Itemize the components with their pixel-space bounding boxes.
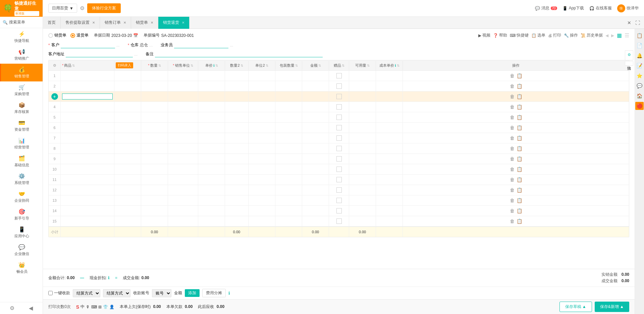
th-amount-sort[interactable]: ⇅ <box>318 64 321 67</box>
tab-home[interactable]: 首页 <box>43 17 61 29</box>
td-unit[interactable] <box>168 71 198 81</box>
tab-sales-return-close[interactable]: ✕ <box>182 21 184 24</box>
input-method-icon[interactable]: 中 <box>80 304 85 310</box>
right-bar-icon-7[interactable]: 🏠 <box>635 92 644 100</box>
td-amount[interactable] <box>302 81 329 91</box>
collapse-icon[interactable]: ◀ <box>29 305 33 311</box>
gift-checkbox[interactable] <box>336 198 342 203</box>
td-cost[interactable] <box>376 71 403 81</box>
gift-checkbox[interactable] <box>336 146 342 151</box>
copy-row-btn[interactable]: 📋 <box>516 93 523 100</box>
td-product[interactable] <box>61 81 114 91</box>
sidebar-item-inventory[interactable]: 📦 库存核算 <box>0 99 43 117</box>
th-price-info[interactable]: ℹ <box>213 64 215 67</box>
sidebar-item-marketing[interactable]: 📢 营销推广 <box>0 46 43 64</box>
copy-row-btn[interactable]: 📋 <box>516 177 523 183</box>
right-bar-icon-2[interactable]: 📄 <box>635 42 644 50</box>
copy-row-btn[interactable]: 📋 <box>516 208 523 214</box>
warehouse-dots-btn[interactable]: ... <box>149 43 153 48</box>
sidebar-item-system[interactable]: ⚙️ 系统管理 <box>0 170 43 188</box>
copy-row-btn[interactable]: 📋 <box>516 145 523 151</box>
th-qty2-sort[interactable]: ⇅ <box>240 64 243 67</box>
td-amount-active[interactable] <box>302 91 329 102</box>
td-cost[interactable] <box>376 81 403 91</box>
industry-select[interactable]: 日用百货 ▼ <box>48 4 77 13</box>
sidebar-item-purchase[interactable]: 🛒 采购管理 <box>0 81 43 99</box>
gift-checkbox[interactable] <box>336 218 342 224</box>
right-bar-icon-5[interactable]: ⭐ <box>635 72 644 80</box>
nav-next[interactable]: ▶ <box>611 33 614 38</box>
gift-checkbox[interactable] <box>336 177 342 182</box>
radio-sale[interactable]: 销货单 <box>48 33 66 38</box>
delete-row-btn[interactable]: 🗑 <box>509 83 516 89</box>
copy-row-btn[interactable]: 📋 <box>516 83 523 89</box>
topbar-settings-icon[interactable]: ⚙ <box>80 5 85 11</box>
tab-sales-return[interactable]: 销货退货 ✕ <box>158 17 190 29</box>
sidebar-item-newbie[interactable]: 🎯 新手引导 <box>0 206 43 224</box>
gift-checkbox[interactable] <box>336 73 342 78</box>
toolbar-shortcut[interactable]: ⌨ 快捷键 <box>510 33 529 38</box>
delete-row-btn[interactable]: 🗑 <box>509 73 516 79</box>
th-product-sort[interactable]: ⇅ <box>72 64 75 67</box>
delete-row-btn[interactable]: 🗑 <box>509 93 516 100</box>
th-settings[interactable]: ⚙ <box>49 61 61 70</box>
sidebar-item-sales[interactable]: 💰 销售管理 <box>0 64 43 81</box>
right-bar-icon-3[interactable]: 🔔 <box>635 52 644 60</box>
customer-input[interactable] <box>61 42 115 48</box>
calc-select[interactable]: 结算方式 <box>103 289 130 297</box>
td-gift[interactable] <box>329 71 349 81</box>
delete-row-btn[interactable]: 🗑 <box>509 125 516 131</box>
td-pkg[interactable] <box>275 81 302 91</box>
delete-row-btn[interactable]: 🗑 <box>509 135 516 141</box>
delete-row-btn[interactable]: 🗑 <box>509 104 516 110</box>
td-unit2-active[interactable] <box>249 91 275 102</box>
gift-checkbox[interactable] <box>336 156 342 162</box>
one-click-checkbox[interactable]: 一键收款 <box>48 290 70 296</box>
copy-row-btn[interactable]: 📋 <box>516 135 523 141</box>
sidebar-item-basic[interactable]: 🗂️ 基础信息 <box>0 152 43 170</box>
td-qty-active[interactable] <box>141 91 168 102</box>
online-service-item[interactable]: 🎧 在线客服 <box>589 5 612 11</box>
grid-icon[interactable]: ⊞ <box>98 305 102 309</box>
toolbar-select[interactable]: 📋 选单 <box>531 33 545 38</box>
scan-input-btn[interactable]: 扫码录入 <box>116 62 133 68</box>
addr-dots-btn[interactable]: ... <box>134 52 138 57</box>
td-price-active[interactable] <box>198 91 225 102</box>
copy-row-btn[interactable]: 📋 <box>516 197 523 203</box>
product-input-active[interactable] <box>62 93 113 100</box>
gift-checkbox[interactable] <box>336 104 342 110</box>
td-avail[interactable] <box>349 81 376 91</box>
td-qty2[interactable] <box>225 71 249 81</box>
calendar-icon[interactable]: 📅 <box>133 33 138 38</box>
sidebar-item-member[interactable]: 👑 畅会员 <box>0 259 43 277</box>
delete-row-btn[interactable]: 🗑 <box>509 166 516 172</box>
td-pkg-active[interactable] <box>275 91 302 102</box>
copy-row-btn[interactable]: 📋 <box>516 156 523 162</box>
delete-row-btn[interactable]: 🗑 <box>509 218 516 224</box>
td-product[interactable] <box>61 71 114 81</box>
td-unit[interactable] <box>168 81 198 91</box>
td-amount[interactable] <box>302 71 329 81</box>
copy-row-btn[interactable]: 📋 <box>516 187 523 193</box>
toolbar-video[interactable]: ▶ 视频 <box>478 33 490 38</box>
right-bar-icon-4[interactable]: 📝 <box>635 62 644 70</box>
save-draft-dropdown[interactable]: ▲ <box>582 304 586 309</box>
toolbar-help[interactable]: ❓ 帮助 <box>493 33 507 38</box>
td-price[interactable] <box>198 71 225 81</box>
discount-info-icon[interactable]: ℹ <box>108 275 110 280</box>
right-bar-icon-6[interactable]: 💬 <box>635 82 644 90</box>
tab-sales-close[interactable]: ✕ <box>151 21 153 24</box>
delete-row-btn[interactable]: 🗑 <box>509 208 516 214</box>
keyboard-icon2[interactable]: ⌨ <box>91 305 97 309</box>
toolbar-print[interactable]: 🖨 打印 <box>548 33 561 38</box>
td-qty2-active[interactable] <box>225 91 249 102</box>
gift-checkbox[interactable] <box>336 167 342 172</box>
th-cost-sort[interactable]: ⇅ <box>397 64 399 67</box>
delete-row-btn[interactable]: 🗑 <box>509 145 516 151</box>
th-pkg-sort[interactable]: ⇅ <box>295 64 298 67</box>
one-click-input[interactable] <box>48 291 53 295</box>
sidebar-item-finance[interactable]: 💳 资金管理 <box>0 117 43 135</box>
gift-checkbox[interactable] <box>336 83 342 89</box>
sidebar-item-wechat[interactable]: 💬 企业微信 <box>0 241 43 259</box>
experience-btn[interactable]: 体验行业方案 <box>87 3 121 13</box>
